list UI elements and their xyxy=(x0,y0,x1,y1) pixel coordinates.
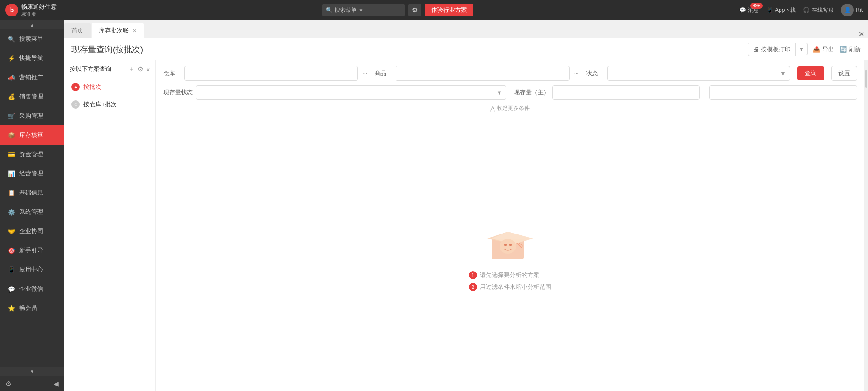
tab-bar: 首页 库存批次账 ✕ ✕ xyxy=(64,20,868,38)
batch-account-tab-label: 库存批次账 xyxy=(99,27,129,35)
member-icon: ⭐ xyxy=(7,304,16,312)
filter-row-1: 仓库 ··· 商品 ··· 状态 xyxy=(163,66,857,81)
add-scheme-icon[interactable]: ＋ xyxy=(128,65,135,73)
sidebar-item-label: 搜索菜单 xyxy=(19,35,43,43)
sales-icon: 💰 xyxy=(7,92,16,101)
collapse-more-button[interactable]: ⋀ 收起更多条件 xyxy=(490,104,530,112)
tab-bar-close: ✕ xyxy=(858,30,868,38)
sidebar-item-label: 经营管理 xyxy=(19,169,43,178)
sidebar-item-search[interactable]: 🔍 搜索菜单 xyxy=(0,29,64,49)
wechat-icon: 💬 xyxy=(7,285,16,293)
main-layout: ▲ 🔍 搜索菜单 ⚡ 快捷导航 📣 营销推广 💰 销售管理 🛒 采购管理 xyxy=(0,20,868,391)
header-center: 🔍 搜索菜单 ▼ ⚙ 体验行业方案 xyxy=(322,4,473,16)
sidebar-item-basic[interactable]: 📋 基础信息 xyxy=(0,183,64,202)
search-bar[interactable]: 🔍 搜索菜单 ▼ xyxy=(322,4,405,16)
username: Rit xyxy=(856,7,863,13)
scheme-item-batch[interactable]: ● 按批次 xyxy=(64,78,155,96)
std-badge: 标准版 xyxy=(21,11,57,18)
filter-area: 仓库 ··· 商品 ··· 状态 xyxy=(156,60,864,118)
export-button[interactable]: 📤 导出 xyxy=(813,45,834,54)
basic-icon: 📋 xyxy=(7,189,16,197)
template-print-label: 按模板打印 xyxy=(761,45,791,54)
avatar: 👤 xyxy=(841,4,854,16)
sidebar-item-sales[interactable]: 💰 销售管理 xyxy=(0,87,64,106)
collapse-sidebar-icon[interactable]: ◀ xyxy=(54,380,59,387)
purchase-icon: 🛒 xyxy=(7,112,16,120)
settings-icon[interactable]: ⚙ xyxy=(5,380,11,387)
settings-button[interactable]: 设置 xyxy=(831,66,857,81)
sidebar-item-finance[interactable]: 💳 资金管理 xyxy=(0,145,64,164)
message-icon: 💬 xyxy=(739,7,746,13)
messages-button[interactable]: 💬 消息 99+ xyxy=(739,6,759,14)
system-icon: ⚙️ xyxy=(7,208,16,216)
user-area[interactable]: 👤 Rit xyxy=(841,4,863,16)
right-scrollbar[interactable] xyxy=(864,60,868,391)
goods-more-icon[interactable]: ··· xyxy=(574,70,579,76)
sidebar-scroll-down[interactable]: ▼ xyxy=(0,367,64,376)
right-panel: 仓库 ··· 商品 ··· 状态 xyxy=(156,60,864,391)
online-service-button[interactable]: 🎧 在线客服 xyxy=(803,6,834,14)
sidebar-item-wechat[interactable]: 💬 企业微信 xyxy=(0,279,64,299)
stock-main-min[interactable] xyxy=(552,85,700,100)
stock-main-label: 现存量（主） xyxy=(514,88,549,97)
page-title: 现存量查询(按批次) xyxy=(71,44,143,55)
sidebar-item-purchase[interactable]: 🛒 采购管理 xyxy=(0,106,64,125)
sidebar-item-marketing[interactable]: 📣 营销推广 xyxy=(0,68,64,87)
sidebar-item-label: 库存核算 xyxy=(19,131,43,139)
top-header: b 畅康通好生意 标准版 🔍 搜索菜单 ▼ ⚙ 体验行业方案 💬 消息 99+ … xyxy=(0,0,868,20)
new-user-icon: 🎯 xyxy=(7,246,16,255)
app-download-button[interactable]: 📱 App下载 xyxy=(766,6,796,14)
sidebar-item-inventory[interactable]: 📦 库存核算 xyxy=(0,125,64,145)
template-print-dropdown[interactable]: ▼ xyxy=(796,43,808,55)
warehouse-input[interactable] xyxy=(184,66,358,81)
scrollbar-thumb xyxy=(865,70,867,88)
close-page-icon[interactable]: ✕ xyxy=(858,30,864,38)
tab-batch-account[interactable]: 库存批次账 ✕ xyxy=(92,23,144,38)
export-icon: 📤 xyxy=(813,46,820,53)
warehouse-label: 仓库 xyxy=(163,69,181,77)
sidebar-item-enterprise[interactable]: 🤝 企业协同 xyxy=(0,222,64,241)
content-area: 首页 库存批次账 ✕ ✕ 现存量查询(按批次) 🖨 按模板打印 xyxy=(64,20,868,391)
trial-button[interactable]: 体验行业方案 xyxy=(425,4,473,16)
sidebar-item-member[interactable]: ⭐ 畅会员 xyxy=(0,299,64,318)
template-print-button[interactable]: 🖨 按模板打印 xyxy=(748,43,796,56)
query-button[interactable]: 查询 xyxy=(797,66,824,80)
refresh-button[interactable]: 🔄 刷新 xyxy=(840,45,861,54)
logo-area: b 畅康通好生意 标准版 xyxy=(5,3,57,18)
stock-main-max[interactable] xyxy=(709,85,857,100)
sidebar-item-label: 新手引导 xyxy=(19,246,43,255)
filter-row-2: 现存量状态 ▼ 现存量（主） — xyxy=(163,85,857,100)
goods-input[interactable] xyxy=(396,66,569,81)
sidebar-item-quick-nav[interactable]: ⚡ 快捷导航 xyxy=(0,49,64,68)
sidebar-item-operations[interactable]: 📊 经营管理 xyxy=(0,164,64,183)
sidebar-scroll-up[interactable]: ▲ xyxy=(0,20,64,29)
collapse-panel-icon[interactable]: « xyxy=(146,65,150,73)
warehouse-more-icon[interactable]: ··· xyxy=(363,70,367,76)
scheme-batch-icon: ● xyxy=(71,83,80,91)
online-service-label: 在线客服 xyxy=(812,6,834,14)
sidebar-item-new-user[interactable]: 🎯 新手引导 xyxy=(0,241,64,260)
stock-status-dropdown-icon: ▼ xyxy=(496,89,502,96)
tab-home[interactable]: 首页 xyxy=(64,23,91,38)
step-1-icon: 1 xyxy=(469,271,477,279)
sidebar-item-system[interactable]: ⚙️ 系统管理 xyxy=(0,202,64,222)
template-print-area: 🖨 按模板打印 ▼ xyxy=(748,43,808,56)
search-icon: 🔍 xyxy=(326,7,333,13)
app-download-label: App下载 xyxy=(775,6,796,14)
empty-hints: 1 请先选择要分析的方案 2 用过滤条件来缩小分析范围 xyxy=(469,271,551,291)
refresh-label: 刷新 xyxy=(849,45,861,54)
close-tab-icon[interactable]: ✕ xyxy=(132,28,137,34)
svg-point-5 xyxy=(509,244,512,246)
operations-icon: 📊 xyxy=(7,169,16,178)
headset-icon: 🎧 xyxy=(803,7,810,13)
stock-status-select[interactable]: ▼ xyxy=(196,85,506,100)
gear-button[interactable]: ⚙ xyxy=(408,4,421,16)
edit-scheme-icon[interactable]: ⚙ xyxy=(137,65,143,73)
status-select[interactable]: ▼ xyxy=(607,66,790,81)
scheme-item-warehouse-batch[interactable]: ○ 按仓库+批次 xyxy=(64,96,155,113)
sidebar-item-app-center[interactable]: 📱 应用中心 xyxy=(0,260,64,279)
inventory-icon: 📦 xyxy=(7,131,16,139)
scheme-warehouse-label: 按仓库+批次 xyxy=(83,100,117,109)
enterprise-icon: 🤝 xyxy=(7,227,16,235)
sidebar-item-label: 资金管理 xyxy=(19,150,43,158)
